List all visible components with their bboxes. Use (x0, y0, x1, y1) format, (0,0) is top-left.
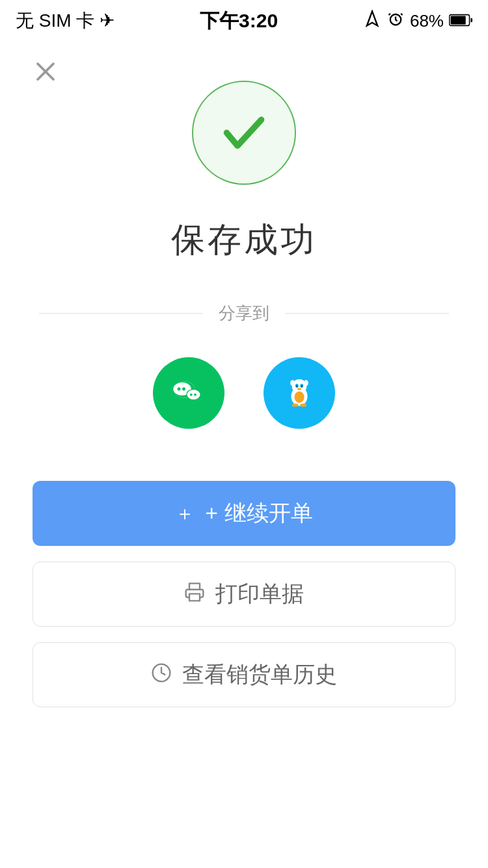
alarm-icon (386, 10, 405, 33)
share-label: 分享到 (203, 302, 285, 325)
wechat-icon (169, 373, 208, 413)
qq-share-button[interactable] (264, 357, 335, 429)
status-left: 无 SIM 卡 ✈ (16, 8, 115, 33)
printer-icon (184, 582, 205, 607)
sim-status: 无 SIM 卡 ✈ (16, 8, 115, 33)
main-content: 保存成功 分享到 (0, 42, 488, 707)
continue-button[interactable]: ＋ + 继续开单 (33, 481, 455, 546)
svg-point-11 (187, 390, 200, 400)
print-button[interactable]: 打印单据 (33, 562, 455, 627)
svg-point-9 (182, 387, 185, 390)
svg-rect-26 (189, 593, 200, 601)
history-button[interactable]: 查看销货单历史 (33, 642, 455, 707)
status-bar: 无 SIM 卡 ✈ 下午3:20 68% (0, 0, 488, 42)
battery-percent: 68% (410, 11, 444, 31)
svg-point-25 (300, 403, 306, 407)
status-right: 68% (363, 10, 472, 33)
svg-point-12 (190, 394, 193, 396)
svg-point-13 (194, 394, 197, 396)
close-button[interactable] (26, 52, 65, 91)
battery-icon (449, 11, 472, 31)
svg-point-18 (296, 385, 298, 387)
plus-icon: ＋ (175, 500, 195, 527)
location-icon (363, 10, 381, 33)
history-icon (151, 662, 172, 688)
svg-point-20 (297, 388, 301, 390)
wechat-share-button[interactable] (153, 357, 224, 429)
svg-point-8 (178, 387, 181, 390)
success-title: 保存成功 (171, 217, 317, 263)
continue-label: + 继续开单 (205, 498, 312, 528)
print-label: 打印单据 (215, 579, 304, 609)
svg-point-24 (292, 403, 299, 407)
qq-icon (280, 373, 319, 413)
history-label: 查看销货单历史 (182, 660, 337, 690)
status-time: 下午3:20 (200, 8, 278, 34)
checkmark-icon (218, 107, 270, 159)
share-divider: 分享到 (0, 302, 488, 325)
success-icon-circle (192, 81, 296, 185)
action-buttons: ＋ + 继续开单 打印单据 查看销货单历史 (0, 481, 488, 707)
divider-right (285, 313, 449, 314)
divider-left (39, 313, 203, 314)
svg-point-23 (295, 392, 305, 403)
share-icons-container (153, 357, 335, 429)
svg-point-19 (301, 385, 303, 387)
svg-rect-2 (451, 16, 466, 24)
